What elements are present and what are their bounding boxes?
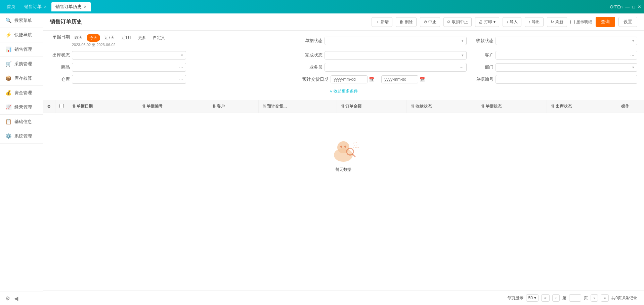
- btn-stop-label: 中止: [428, 19, 436, 25]
- svg-line-5: [352, 154, 355, 157]
- btn-cancel-stop-label: 取消中止: [452, 19, 468, 25]
- sidebar-item-sales-mgmt[interactable]: 📊 销售管理: [0, 42, 43, 57]
- sidebar-collapse-icon[interactable]: ◀: [14, 295, 18, 302]
- sidebar-item-quick-nav[interactable]: ⚡ 快捷导航: [0, 28, 43, 42]
- sidebar-bottom: ⚙ ◀: [0, 292, 43, 305]
- sidebar-item-finance[interactable]: 💰 资金管理: [0, 86, 43, 100]
- btn-new[interactable]: ＋ 新增: [372, 17, 392, 27]
- col-payment-status[interactable]: ⇅ 收款状态: [407, 100, 477, 113]
- btn-print[interactable]: 🖨 打印 ▾: [475, 17, 499, 27]
- maximize-btn[interactable]: □: [632, 4, 635, 9]
- order-number-input[interactable]: [496, 75, 637, 84]
- tab-home-label: 首页: [7, 4, 15, 10]
- tab-sales-order[interactable]: 销售订单 ✕: [20, 2, 51, 11]
- btn-stop[interactable]: ⊘ 中止: [420, 17, 440, 27]
- display-column-checkbox[interactable]: [570, 20, 575, 24]
- btn-setting[interactable]: 设置: [618, 17, 637, 27]
- expected-delivery-from-input[interactable]: [331, 75, 368, 83]
- sidebar-item-quick-nav-label: 快捷导航: [14, 32, 32, 38]
- expected-delivery-to-input[interactable]: [381, 75, 418, 83]
- filter-product: 商品 ···: [50, 63, 296, 72]
- date-btn-7days[interactable]: 近7天: [101, 34, 117, 42]
- col-actions-label: 操作: [621, 104, 629, 109]
- prev-page-btn[interactable]: ‹: [552, 294, 560, 302]
- sidebar-item-purchase-mgmt[interactable]: 🛒 采购管理: [0, 57, 43, 71]
- sidebar-item-purchase-mgmt-label: 采购管理: [14, 61, 32, 67]
- display-column-toggle[interactable]: 显示明细: [570, 19, 592, 25]
- btn-delete[interactable]: 🗑 删除: [396, 17, 417, 27]
- calendar-from-icon[interactable]: 📅: [369, 77, 374, 82]
- order-status-label: 单据状态: [302, 38, 323, 44]
- sidebar-item-search-menu-label: 搜索菜单: [14, 17, 32, 24]
- table-settings-btn[interactable]: ⚙: [43, 100, 55, 113]
- page-size-select[interactable]: 50 ▾: [526, 294, 539, 302]
- order-number-label: 单据编号: [473, 76, 493, 82]
- current-page-input[interactable]: 1: [569, 294, 581, 302]
- date-range-display: 2023-06-02 至 2023-06-02: [72, 42, 168, 47]
- payment-status-select[interactable]: ▾: [496, 37, 637, 45]
- page-title: 销售订单历史: [50, 18, 82, 26]
- filter-warehouse: 仓库 ···: [50, 75, 296, 84]
- btn-cancel-stop[interactable]: ⊘ 取消中止: [443, 17, 472, 27]
- order-status-select[interactable]: ▾: [325, 37, 466, 45]
- close-btn[interactable]: ✕: [638, 4, 641, 9]
- first-page-btn[interactable]: «: [541, 294, 550, 302]
- collapse-filters-btn[interactable]: ∧ 收起更多条件: [50, 87, 637, 97]
- calendar-to-icon[interactable]: 📅: [420, 77, 425, 82]
- btn-refresh[interactable]: ↻ 刷新: [547, 17, 567, 27]
- tab-sales-order-history[interactable]: 销售订单历史 ✕: [51, 2, 91, 11]
- svg-line-6: [353, 143, 357, 143]
- completion-status-select[interactable]: ▾: [325, 51, 466, 60]
- sidebar-item-inventory[interactable]: 📦 库存核算: [0, 71, 43, 86]
- search-menu-icon: 🔍: [5, 17, 12, 24]
- date-btn-yesterday[interactable]: 昨天: [72, 34, 85, 42]
- col-expected-delivery[interactable]: ⇅ 预计交货...: [259, 100, 337, 113]
- sidebar-item-inventory-label: 库存核算: [14, 75, 32, 81]
- date-btn-custom[interactable]: 自定义: [150, 34, 168, 42]
- sidebar-item-system-mgmt[interactable]: ⚙️ 系统管理: [0, 129, 43, 144]
- product-more-icon[interactable]: ···: [179, 65, 183, 70]
- print-icon: 🖨: [479, 20, 483, 24]
- date-btn-more[interactable]: 更多: [135, 34, 149, 42]
- sidebar-settings-icon[interactable]: ⚙: [5, 295, 10, 302]
- department-select[interactable]: ▾: [496, 63, 637, 72]
- btn-query[interactable]: 查询: [596, 17, 615, 27]
- warehouse-more-icon[interactable]: ···: [179, 77, 183, 82]
- filter-customer: 客户 ···: [473, 51, 637, 60]
- next-page-btn[interactable]: ›: [591, 294, 598, 302]
- date-btn-today[interactable]: 今天: [87, 34, 100, 42]
- empty-illustration: [323, 133, 363, 167]
- filter-row-4: 仓库 ··· 预计交货日期 📅 — 📅 单据编号: [50, 75, 637, 84]
- filter-area: 单据日期 昨天 今天 近7天 近1月 更多 自定义 2023-06-02: [43, 31, 644, 100]
- col-order-date[interactable]: ⇅ 单据日期: [68, 100, 138, 113]
- tab-home[interactable]: 首页: [3, 2, 19, 11]
- expected-delivery-date-pair: 📅 — 📅: [331, 75, 425, 83]
- close-sales-order-tab[interactable]: ✕: [44, 5, 47, 9]
- sidebar-item-search-menu[interactable]: 🔍 搜索菜单: [0, 13, 43, 28]
- svg-point-2: [340, 146, 342, 148]
- customer-more-icon[interactable]: ···: [630, 52, 634, 58]
- salesperson-more-icon[interactable]: ···: [460, 65, 464, 70]
- col-payment-status-label: 收款状态: [416, 104, 432, 109]
- sidebar-item-operations[interactable]: 📈 经营管理: [0, 100, 43, 115]
- col-outbound-status[interactable]: ⇅ 出库状态: [547, 100, 617, 113]
- date-btn-1month[interactable]: 近1月: [119, 34, 134, 42]
- col-customer[interactable]: ⇅ 客户: [208, 100, 259, 113]
- date-range-to: 2023-06-02: [96, 43, 115, 47]
- minimize-btn[interactable]: —: [625, 4, 630, 9]
- col-order-status[interactable]: ⇅ 单据状态: [477, 100, 547, 113]
- table-body: 暂无数据: [43, 113, 644, 193]
- sidebar-item-basic-info[interactable]: 📋 基础信息: [0, 115, 43, 129]
- btn-export[interactable]: ↑ 导出: [525, 17, 544, 27]
- page-label-prefix: 第: [562, 295, 566, 301]
- close-history-tab[interactable]: ✕: [84, 5, 87, 9]
- col-order-amount[interactable]: ⇅ 订单金额: [337, 100, 407, 113]
- btn-import[interactable]: ↓ 导入: [503, 17, 521, 27]
- last-page-btn[interactable]: »: [601, 294, 609, 302]
- outbound-status-select[interactable]: ▾: [72, 51, 186, 60]
- col-order-number[interactable]: ⇅ 单据编号: [138, 100, 208, 113]
- select-all-checkbox[interactable]: [59, 104, 64, 108]
- select-all-checkbox-cell[interactable]: [55, 100, 68, 113]
- filter-order-status: 单据状态 ▾: [302, 37, 466, 45]
- prev-page-icon: ‹: [555, 296, 557, 300]
